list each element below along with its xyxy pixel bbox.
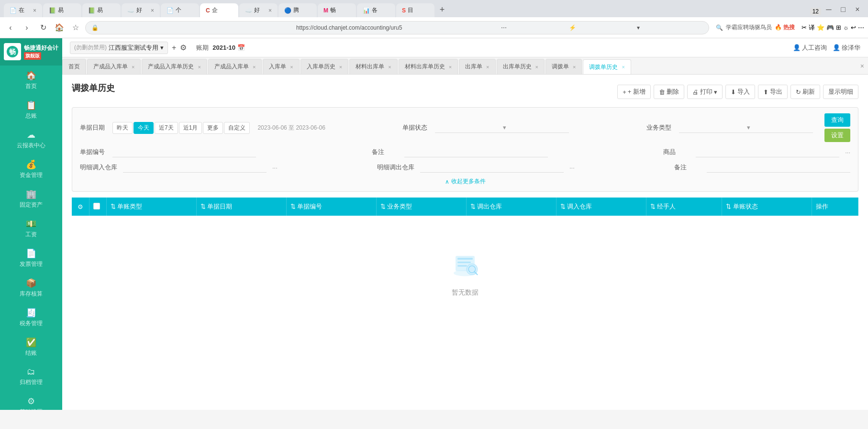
status-select[interactable]: ▾ xyxy=(435,122,569,133)
browser-tab-8[interactable]: 🔵 腾 xyxy=(278,3,317,17)
tab-product-inbound-history-close[interactable]: × xyxy=(198,64,200,70)
tab-product-inbound2-close[interactable]: × xyxy=(253,64,256,70)
history-icon[interactable]: ↩ xyxy=(851,24,856,31)
sidebar-item-home[interactable]: 🏠 首页 xyxy=(0,66,62,95)
sidebar-item-assets[interactable]: 🏢 固定资产 xyxy=(0,184,62,214)
tab-transfer-history[interactable]: 调拨单历史 × xyxy=(583,59,631,75)
date-btn-1month[interactable]: 近1月 xyxy=(179,122,202,134)
browser-lightning-icon[interactable]: ⚡ xyxy=(569,24,635,31)
tab-material-outbound-history-close[interactable]: × xyxy=(449,64,452,70)
browser-tab-11[interactable]: S 目 xyxy=(396,3,434,17)
tab-transfer[interactable]: 调拨单 × xyxy=(545,59,582,74)
tab-outbound[interactable]: 出库单 × xyxy=(459,59,495,74)
browser-tab-9[interactable]: M 畅 xyxy=(318,3,356,17)
tab-product-inbound-history[interactable]: 产成品入库单历史 × xyxy=(142,59,207,74)
reload-btn[interactable]: ↻ xyxy=(36,21,50,34)
company-settings-icon[interactable]: ⚙ xyxy=(180,43,187,52)
sidebar-item-settings[interactable]: ⚙ 基础设置 xyxy=(0,391,62,410)
collapse-btn[interactable]: ∧ 收起更多条件 xyxy=(445,177,486,186)
query-btn[interactable]: 查询 xyxy=(824,113,850,127)
table-settings-icon[interactable]: ⚙ xyxy=(78,203,83,210)
date-btn-more[interactable]: 更多 xyxy=(203,122,223,134)
more-icon[interactable]: ⋯ xyxy=(858,24,864,31)
col-doc-status[interactable]: ⇅ 单账状态 xyxy=(722,198,812,216)
brightness-icon[interactable]: ☼ xyxy=(843,24,849,31)
sidebar-item-tax[interactable]: 🧾 税务管理 xyxy=(0,303,62,332)
browser-tab-7[interactable]: ☁️ 好 × xyxy=(239,3,278,17)
home-btn[interactable]: 🏠 xyxy=(53,21,66,34)
select-all-checkbox[interactable] xyxy=(93,203,100,209)
tab-inbound-history[interactable]: 入库单历史 × xyxy=(300,59,348,74)
star-icon[interactable]: ⭐ xyxy=(817,24,824,31)
tab-close-4[interactable]: × xyxy=(151,7,154,14)
tab-transfer-close[interactable]: × xyxy=(573,64,576,70)
tab-product-inbound-close[interactable]: × xyxy=(132,64,134,70)
remark-input[interactable] xyxy=(404,147,548,157)
goods-input[interactable] xyxy=(696,147,839,157)
detail-in-more-icon[interactable]: ··· xyxy=(272,164,278,171)
browser-tab-2[interactable]: 📗 易 xyxy=(43,3,81,17)
tab-bar-close-btn[interactable]: × xyxy=(860,62,864,70)
sidebar-item-ledger[interactable]: 📋 总账 xyxy=(0,95,62,125)
company-selector[interactable]: (勿删勿禁用) 江西服宝测试专用 ▾ xyxy=(70,42,168,54)
goods-more-icon[interactable]: ··· xyxy=(845,149,850,156)
new-tab-btn[interactable]: + xyxy=(435,3,449,16)
tab-inbound-history-close[interactable]: × xyxy=(339,64,342,70)
translate-icon[interactable]: 译 xyxy=(809,23,815,32)
bookmark-btn[interactable]: ☆ xyxy=(69,21,82,34)
print-btn[interactable]: 🖨 打印 ▾ xyxy=(687,85,723,99)
tab-inbound[interactable]: 入库单 × xyxy=(263,59,299,74)
help-btn[interactable]: 👤 人工咨询 xyxy=(793,44,827,52)
tab-material-outbound-close[interactable]: × xyxy=(388,64,391,70)
tab-outbound-close[interactable]: × xyxy=(486,64,489,70)
tab-product-inbound2[interactable]: 产成品入库单 × xyxy=(208,59,262,74)
browser-tab-10[interactable]: 📊 各 xyxy=(357,3,395,17)
tab-transfer-history-close[interactable]: × xyxy=(622,64,624,70)
tab-product-inbound[interactable]: 产成品入库单 × xyxy=(87,59,141,74)
sidebar-item-invoice[interactable]: 📄 发票管理 xyxy=(0,243,62,273)
col-doc-type[interactable]: ⇅ 单账类型 xyxy=(106,198,196,216)
col-handler[interactable]: ⇅ 经手人 xyxy=(646,198,722,216)
detail-out-more-icon[interactable]: ··· xyxy=(569,164,575,171)
period-value[interactable]: 2021-10 📅 xyxy=(212,44,245,51)
forward-btn[interactable]: › xyxy=(20,21,33,34)
col-out-warehouse[interactable]: ⇅ 调出仓库 xyxy=(466,198,556,216)
date-btn-yesterday[interactable]: 昨天 xyxy=(112,122,133,134)
browser-tab-4[interactable]: ☁️ 好 × xyxy=(122,3,160,17)
date-btn-today[interactable]: 今天 xyxy=(134,122,154,134)
refresh-btn[interactable]: ↻ 刷新 xyxy=(790,85,820,99)
address-bar[interactable]: 🔒 https://cloud.chanjet.com/accounting/u… xyxy=(85,21,709,34)
user-avatar[interactable]: 👤 徐泽华 xyxy=(833,44,860,52)
sidebar-item-funds[interactable]: 💰 资金管理 xyxy=(0,154,62,184)
date-btn-custom[interactable]: 自定义 xyxy=(224,122,250,134)
tab-material-outbound[interactable]: 材料出库单 × xyxy=(349,59,397,74)
tab-material-outbound-history[interactable]: 材料出库单历史 × xyxy=(399,59,458,74)
browser-tab-3[interactable]: 📗 易 xyxy=(82,3,121,17)
browser-tab-6[interactable]: C 企 xyxy=(200,3,238,17)
browser-tab-5[interactable]: 📄 个 xyxy=(161,3,199,17)
tab-close-7[interactable]: × xyxy=(268,7,272,14)
add-company-btn[interactable]: + xyxy=(172,44,176,52)
sidebar-item-salary[interactable]: 💵 工资 xyxy=(0,214,62,243)
detail-out-input[interactable] xyxy=(420,162,564,173)
display-btn[interactable]: 显示明细 xyxy=(823,85,858,99)
doc-no-input[interactable] xyxy=(112,147,256,157)
biz-type-select[interactable]: ▾ xyxy=(679,122,813,133)
minimize-btn[interactable]: ─ xyxy=(822,3,835,16)
browser-tab-1[interactable]: 📄 在 × xyxy=(4,3,42,17)
close-window-btn[interactable]: × xyxy=(851,3,864,16)
sidebar-item-closing[interactable]: ✅ 结账 xyxy=(0,332,62,362)
back-btn[interactable]: ‹ xyxy=(4,21,17,34)
col-in-warehouse[interactable]: ⇅ 调入仓库 xyxy=(556,198,646,216)
tab-close-1[interactable]: × xyxy=(33,7,36,14)
browser-menu-icon[interactable]: ⋯ xyxy=(501,24,567,31)
export-btn[interactable]: ⬆ 导出 xyxy=(758,85,788,99)
import-btn[interactable]: ⬇ 导入 xyxy=(725,85,755,99)
date-btn-7days[interactable]: 近7天 xyxy=(155,122,178,134)
tab-home[interactable]: 首页 xyxy=(62,59,86,74)
grid-icon[interactable]: ⊞ xyxy=(836,24,841,31)
tab-inbound-close[interactable]: × xyxy=(290,64,293,70)
sidebar-item-inventory[interactable]: 📦 库存核算 xyxy=(0,273,62,303)
delete-btn[interactable]: 🗑 删除 xyxy=(654,85,684,99)
table-settings-th[interactable]: ⚙ xyxy=(72,198,89,216)
